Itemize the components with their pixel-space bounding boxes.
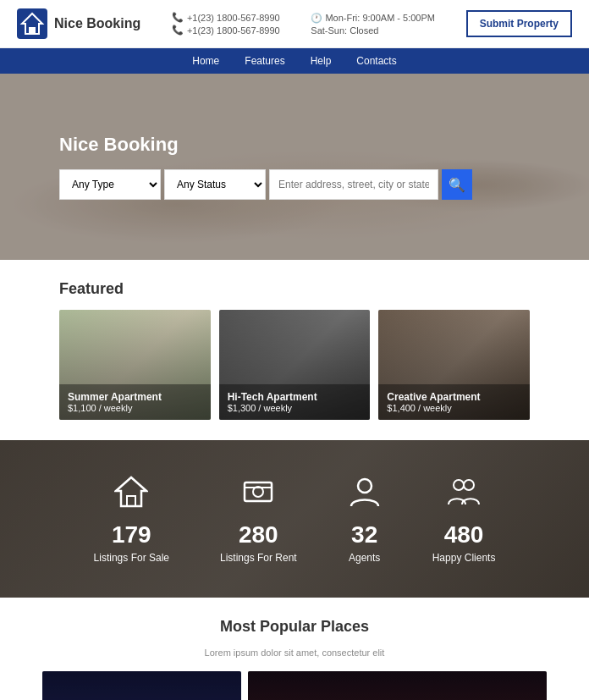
card-info-2: Hi-Tech Apartment $1,300 / weekly [219,384,371,420]
places-section: Most Popular Places Lorem ipsum dolor si… [0,598,589,700]
contact-info: +1(23) 1800-567-8990 +1(23) 1800-567-899… [172,12,280,36]
svg-marker-3 [116,477,146,506]
rent-icon [220,474,297,515]
logo-area: Nice Booking [17,8,140,39]
hero-section: Nice Booking Any Type Apartment House Vi… [0,74,589,260]
stat-number-rent: 280 [220,521,297,548]
nav-contacts[interactable]: Contacts [356,55,396,67]
stat-label-rent: Listings For Rent [220,552,297,564]
places-subtitle: Lorem ipsum dolor sit amet, consectetur … [42,648,547,658]
ny-overlay [42,671,241,700]
card-name-2: Hi-Tech Apartment [228,391,362,403]
type-select[interactable]: Any Type Apartment House Villa [59,169,161,200]
stat-number-clients: 480 [432,521,496,548]
phone-icon-2 [172,25,184,36]
svg-rect-5 [245,482,272,501]
card-price-3: $1,400 / weekly [387,403,521,413]
stat-agents: 32 Agents [348,474,382,564]
svg-point-9 [454,480,464,490]
featured-cards: Summer Apartment $1,100 / weekly Hi-Tech… [59,310,530,420]
lv-overlay [248,671,547,700]
stat-listings-rent: 280 Listings For Rent [220,474,297,564]
property-card-3[interactable]: Creative Apartment $1,400 / weekly [378,310,530,420]
logo-text: Nice Booking [54,16,140,31]
nav-help[interactable]: Help [311,55,332,67]
stats-banner: 179 Listings For Sale 280 Listings For R… [0,440,589,598]
client-icon [432,474,496,515]
hero-content: Nice Booking Any Type Apartment House Vi… [59,134,530,200]
status-select[interactable]: Any Status For Sale For Rent [164,169,266,200]
svg-rect-4 [127,496,135,506]
stat-number-agents: 32 [348,521,382,548]
hero-title: Nice Booking [59,134,530,156]
search-bar: Any Type Apartment House Villa Any Statu… [59,169,530,200]
stat-label-clients: Happy Clients [432,552,496,564]
card-price-2: $1,300 / weekly [228,403,362,413]
hours-weekday: Mon-Fri: 9:00AM - 5:00PM [311,13,435,24]
agent-icon [348,474,382,515]
card-name-1: Summer Apartment [68,391,202,403]
search-input[interactable] [269,169,438,200]
featured-title: Featured [59,280,530,298]
phone-icon [172,12,184,23]
property-card-2[interactable]: Hi-Tech Apartment $1,300 / weekly [219,310,371,420]
place-new-york[interactable]: New York 3 Properties [42,671,241,700]
site-header: Nice Booking +1(23) 1800-567-8990 +1(23)… [0,0,589,48]
property-card-1[interactable]: Summer Apartment $1,100 / weekly [59,310,211,420]
logo-icon [17,8,47,39]
main-nav: Home Features Help Contacts [0,48,589,74]
card-info-3: Creative Apartment $1,400 / weekly [378,384,530,420]
svg-point-10 [464,480,474,490]
featured-section: Featured Summer Apartment $1,100 / weekl… [0,260,589,440]
place-las-vegas[interactable]: Las Vegas 4 Properties [248,671,547,700]
nav-home[interactable]: Home [192,55,219,67]
svg-rect-2 [29,27,36,34]
stat-label-sale: Listings For Sale [94,552,169,564]
submit-property-button[interactable]: Submit Property [466,10,572,37]
places-title: Most Popular Places [42,618,547,636]
phone2: +1(23) 1800-567-8990 [172,25,280,36]
card-name-3: Creative Apartment [387,391,521,403]
stat-clients: 480 Happy Clients [432,474,496,564]
stat-number-sale: 179 [94,521,169,548]
search-button[interactable]: 🔍 [442,169,472,200]
nav-features[interactable]: Features [245,55,284,67]
home-icon [94,474,169,515]
clock-icon [311,13,322,23]
stat-listings-sale: 179 Listings For Sale [94,474,169,564]
svg-point-8 [358,479,372,493]
search-icon: 🔍 [449,177,465,193]
hours-info: Mon-Fri: 9:00AM - 5:00PM Sat-Sun: Closed [311,13,435,36]
phone1: +1(23) 1800-567-8990 [172,12,280,23]
card-price-1: $1,100 / weekly [68,403,202,413]
hours-weekend: Sat-Sun: Closed [311,25,435,36]
card-info-1: Summer Apartment $1,100 / weekly [59,384,211,420]
stat-label-agents: Agents [348,552,382,564]
places-grid-top: New York 3 Properties Las Vegas 4 Proper… [42,671,547,700]
